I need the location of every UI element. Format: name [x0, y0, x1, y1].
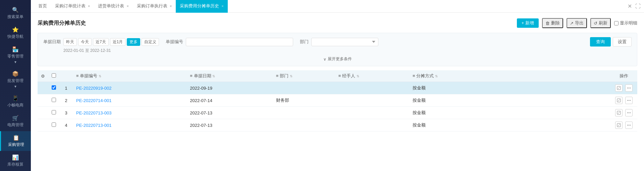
edit-icon[interactable]: [615, 84, 623, 92]
date-btn-7days[interactable]: 近7天: [93, 38, 109, 46]
row-handler: [335, 119, 409, 132]
tab-purchase-order-exec[interactable]: 采购订单执行表 ×: [133, 0, 176, 13]
filter-date: 单据日期 昨天 今天 近7天 近1月 更多 自定义: [43, 38, 159, 46]
close-tab-inbound-summary[interactable]: ×: [126, 4, 128, 8]
page-title: 采购费用分摊单历史: [38, 20, 86, 27]
maximize-icon[interactable]: ⛶: [635, 3, 641, 9]
row-date: 2022-09-19: [186, 82, 272, 94]
order-no-link[interactable]: PE-20220714-001: [76, 98, 112, 103]
more-icon[interactable]: [625, 109, 633, 116]
row-date: 2022-07-13: [186, 107, 272, 119]
tab-purchase-order-summary[interactable]: 采购订单统计表 ×: [51, 0, 94, 13]
row-checkbox[interactable]: [48, 107, 59, 119]
export-button[interactable]: ↗ 导出: [567, 18, 587, 28]
edit-icon[interactable]: [615, 121, 623, 129]
date-range-text: 2022-01-01 至 2022-12-31: [63, 48, 111, 53]
order-no-input[interactable]: [186, 38, 293, 46]
add-button[interactable]: + 新增: [517, 18, 539, 28]
row-num: 1: [59, 82, 73, 94]
star-icon: ⭐: [12, 26, 19, 33]
sidebar-item-mobile[interactable]: 📱 小畅电商: [0, 92, 31, 111]
filter-row: 单据日期 昨天 今天 近7天 近1月 更多 自定义 单据编号: [43, 37, 632, 47]
sort-split-icon[interactable]: ⇅: [435, 74, 438, 78]
dept-label: 部门: [300, 39, 309, 45]
edit-icon[interactable]: [615, 97, 623, 104]
date-btn-1month[interactable]: 近1月: [110, 38, 126, 46]
sidebar-item-purchase[interactable]: 📋 采购管理: [0, 131, 31, 151]
row-num: 4: [59, 119, 73, 132]
chevron-down-expand-icon: ∨: [323, 57, 326, 62]
sort-order-no-icon[interactable]: ⇅: [99, 74, 101, 78]
svg-line-16: [618, 124, 620, 126]
date-btn-custom[interactable]: 自定义: [142, 38, 159, 46]
row-select-checkbox-1[interactable]: [52, 98, 56, 102]
row-split-method: 按金额: [409, 94, 610, 107]
sidebar-item-search[interactable]: 🔍 搜索菜单: [0, 3, 31, 23]
row-checkbox[interactable]: [48, 119, 59, 132]
row-handler: [335, 107, 409, 119]
tab-purchase-cost-split[interactable]: 采购费用分摊单历史 ×: [176, 0, 227, 13]
delete-icon: 🗑: [545, 21, 550, 26]
sidebar-item-quick-nav[interactable]: ⭐ 快捷导航: [0, 23, 31, 43]
ecommerce-icon: 🛒: [12, 115, 19, 121]
main-area: 首页 采购订单统计表 × 进货单统计表 × 采购订单执行表 × 采购费用分摊单历…: [31, 0, 644, 171]
sidebar-item-inventory[interactable]: 📊 库存核算: [0, 151, 31, 171]
order-no-link[interactable]: PE-20220919-002: [76, 86, 112, 91]
order-no-label: 单据编号: [166, 39, 183, 45]
edit-icon[interactable]: [615, 109, 623, 116]
query-button[interactable]: 查询: [590, 37, 611, 47]
close-window-icon[interactable]: ✕: [628, 3, 632, 9]
close-tab-purchase-cost-split[interactable]: ×: [221, 4, 223, 8]
row-checkbox[interactable]: [48, 82, 59, 94]
row-select-checkbox-0[interactable]: [52, 85, 56, 90]
order-no-link[interactable]: PE-20220713-001: [76, 123, 112, 128]
close-tab-purchase-order-exec[interactable]: ×: [170, 4, 172, 8]
table-header-row: ⚙ ≡ 单据编号 ⇅ ≡ 单据日期 ⇅: [38, 70, 637, 82]
row-checkbox[interactable]: [48, 94, 59, 107]
show-columns-checkbox[interactable]: [614, 21, 619, 25]
row-dept: [273, 119, 335, 132]
svg-point-18: [629, 125, 629, 125]
tab-bar: 首页 采购订单统计表 × 进货单统计表 × 采购订单执行表 × 采购费用分摊单历…: [31, 0, 644, 13]
svg-point-13: [629, 112, 629, 113]
date-btn-yesterday[interactable]: 昨天: [63, 38, 77, 46]
order-no-link[interactable]: PE-20220713-003: [76, 110, 112, 115]
more-icon[interactable]: [625, 84, 633, 92]
date-filter-label: 单据日期: [43, 39, 61, 45]
row-order-no: PE-20220713-003: [73, 107, 186, 119]
sidebar-item-ecommerce[interactable]: 🛒 电商管理: [0, 111, 31, 131]
sort-date-icon[interactable]: ⇅: [212, 74, 215, 78]
col-settings[interactable]: ⚙: [38, 70, 48, 82]
date-btn-today[interactable]: 今天: [78, 38, 92, 46]
date-btn-more[interactable]: 更多: [127, 38, 140, 46]
more-icon[interactable]: [625, 97, 633, 104]
row-select-checkbox-3[interactable]: [52, 122, 56, 127]
col-checkbox: [48, 70, 59, 82]
row-num: 2: [59, 94, 73, 107]
row-split-method: 按金额: [409, 119, 610, 132]
dept-select[interactable]: [311, 38, 378, 46]
refresh-button[interactable]: ↺ 刷新: [590, 18, 611, 28]
date-range-buttons: 昨天 今天 近7天 近1月 更多 自定义: [63, 38, 159, 46]
delete-button[interactable]: 🗑 删除: [542, 18, 563, 28]
sort-handler-icon[interactable]: ⇅: [357, 74, 359, 78]
table-row: 4 PE-20220713-001 2022-07-13 按金额: [38, 119, 637, 132]
sidebar-item-wholesale[interactable]: 📦 批发管理 ▼: [0, 67, 31, 92]
svg-point-17: [627, 125, 628, 125]
row-order-no: PE-20220714-001: [73, 94, 186, 107]
row-dept: [273, 107, 335, 119]
setting-button[interactable]: 设置: [613, 37, 632, 47]
show-columns-toggle[interactable]: 显示明细: [614, 20, 637, 26]
row-split-method: 按金额: [409, 107, 610, 119]
row-select-checkbox-2[interactable]: [52, 110, 56, 114]
expand-more-btn[interactable]: ∨ 展开更多条件: [43, 56, 632, 62]
tab-home[interactable]: 首页: [34, 0, 51, 13]
filter-actions: 查询 设置: [590, 37, 632, 47]
row-actions: [610, 107, 637, 119]
sort-dept-icon[interactable]: ⇅: [290, 74, 292, 78]
tab-inbound-summary[interactable]: 进货单统计表 ×: [94, 0, 132, 13]
sidebar-item-retail[interactable]: 🏪 零售管理 ▼: [0, 43, 31, 67]
select-all-checkbox[interactable]: [52, 73, 56, 78]
close-tab-purchase-order-summary[interactable]: ×: [88, 4, 90, 8]
more-icon[interactable]: [625, 121, 633, 129]
